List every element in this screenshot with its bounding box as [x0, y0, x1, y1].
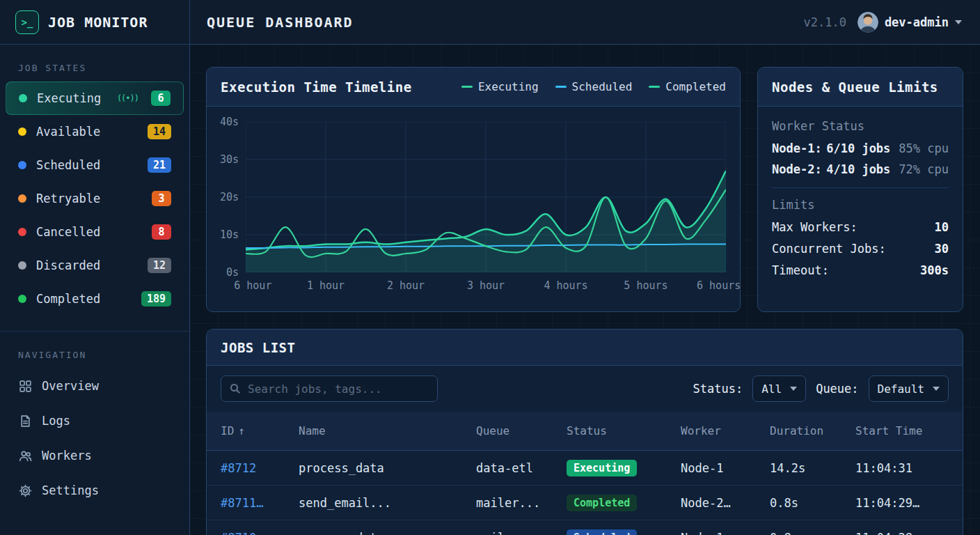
user-menu[interactable]: dev-admin — [858, 12, 962, 33]
col-header-worker[interactable]: Worker — [667, 424, 756, 437]
live-signal-icon: ((•)) — [117, 93, 139, 103]
sidebar-divider — [0, 331, 189, 332]
limit-row-timeout: Timeout: 300s — [772, 263, 949, 277]
nodes-limits-card: Nodes & Queue Limits Worker Status Node-… — [757, 67, 963, 312]
discarded-dot — [18, 261, 26, 270]
sidebar: JOB STATES Executing ((•)) 6 Available 1… — [0, 45, 190, 535]
sidebar-item-retryable[interactable]: Retryable 3 — [6, 182, 184, 215]
job-queue: data-etl — [462, 461, 553, 475]
count-badge: 189 — [141, 291, 171, 307]
status-filter-value: All — [761, 382, 782, 396]
col-header-queue[interactable]: Queue — [462, 424, 553, 437]
job-status: Completed — [553, 495, 667, 511]
cancelled-dot — [18, 228, 26, 236]
table-row[interactable]: #8710… process_data mailer Scheduled Nod… — [207, 520, 963, 535]
job-status: Executing — [553, 460, 667, 476]
grid-icon — [18, 379, 32, 393]
count-badge: 14 — [148, 124, 171, 139]
state-label: Cancelled — [36, 225, 142, 239]
x-tick: 6 hours — [697, 279, 741, 292]
col-header-status[interactable]: Status — [553, 424, 667, 437]
col-header-id[interactable]: ID↑ — [207, 424, 285, 437]
y-tick: 0s — [226, 266, 239, 279]
nav-label: Overview — [42, 379, 99, 393]
limit-row-max-workers: Max Workers: 10 — [772, 220, 949, 234]
job-id-link[interactable]: #8711… — [207, 496, 285, 510]
sidebar-item-cancelled[interactable]: Cancelled 8 — [6, 215, 184, 249]
jobs-card-title: JOBS LIST — [221, 340, 295, 355]
app-root: >_ JOB MONITOR QUEUE DASHBOARD v2.1.0 — [0, 0, 980, 535]
legend-executing: Executing — [461, 80, 539, 93]
sidebar-item-available[interactable]: Available 14 — [6, 115, 184, 148]
sidebar-item-executing[interactable]: Executing ((•)) 6 — [6, 82, 184, 115]
sidebar-item-settings[interactable]: Settings — [6, 473, 184, 508]
username-label: dev-admin — [885, 15, 949, 29]
worker-status-label: Worker Status — [772, 119, 949, 133]
y-tick: 40s — [220, 116, 239, 128]
node-cpu: 85% cpu — [899, 141, 949, 155]
status-badge: Executing — [567, 460, 637, 476]
node-row-1: Node-1: 6/10 jobs 85% cpu — [772, 141, 949, 155]
brand-area: >_ JOB MONITOR — [0, 0, 190, 44]
table-row[interactable]: #8712 process_data data-etl Executing No… — [207, 451, 963, 486]
state-label: Retryable — [36, 192, 142, 206]
state-label: Executing — [37, 91, 107, 105]
nav-label: Settings — [42, 483, 99, 497]
queue-filter-value: Default — [878, 382, 924, 396]
job-start-time: 11:04:29… — [841, 496, 963, 510]
timeline-title: Execution Time Timeline — [221, 79, 412, 95]
state-label: Discarded — [36, 258, 138, 272]
x-axis: 6 hour 1 hour 2 hour 3 hour 4 hours 5 ho… — [246, 279, 726, 300]
sidebar-item-scheduled[interactable]: Scheduled 21 — [6, 148, 184, 182]
sidebar-item-overview[interactable]: Overview — [6, 369, 184, 403]
job-duration: 0.8s — [756, 496, 841, 510]
legend-label: Completed — [665, 80, 726, 93]
job-states-section-label: JOB STATES — [6, 63, 184, 73]
job-queue: mailer — [462, 531, 553, 535]
navigation-section-label: NAVIGATION — [6, 350, 184, 360]
app-title: JOB MONITOR — [48, 14, 148, 31]
count-badge: 8 — [152, 224, 171, 240]
job-id-link[interactable]: #8712 — [207, 461, 285, 475]
chevron-down-icon — [790, 387, 797, 391]
jobs-list-card: JOBS LIST Status: All Queue: Default — [206, 329, 963, 535]
job-name: process_data — [285, 531, 462, 535]
job-name: process_data — [285, 461, 462, 475]
sidebar-item-workers[interactable]: Workers — [6, 438, 184, 473]
timeline-card-header: Execution Time Timeline Executing Schedu… — [207, 68, 740, 107]
nav-label: Workers — [42, 449, 92, 463]
status-filter-select[interactable]: All — [752, 375, 806, 402]
col-header-start-time[interactable]: Start Time — [841, 424, 963, 437]
completed-dot — [18, 295, 26, 303]
x-tick: 2 hour — [387, 279, 425, 292]
state-label: Completed — [36, 292, 132, 306]
limit-label: Max Workers: — [772, 220, 858, 234]
col-header-duration[interactable]: Duration — [756, 424, 841, 437]
table-row[interactable]: #8711… send_email... mailer... Completed… — [207, 486, 963, 520]
status-badge: Scheduled — [567, 529, 637, 535]
job-duration: 0.8s — [756, 531, 841, 535]
col-header-name[interactable]: Name — [285, 424, 462, 437]
search-input[interactable] — [248, 382, 429, 396]
queue-filter-select[interactable]: Default — [869, 375, 949, 402]
chevron-down-icon — [955, 20, 962, 24]
node-name: Node-1: — [772, 141, 822, 155]
status-filter-label: Status: — [693, 382, 743, 396]
legend-label: Executing — [478, 80, 539, 93]
sidebar-item-discarded[interactable]: Discarded 12 — [6, 249, 184, 282]
search-box[interactable] — [221, 375, 438, 402]
job-name: send_email... — [285, 496, 462, 510]
jobs-table-header: ID↑ Name Queue Status Worker Duration St… — [207, 412, 963, 451]
job-worker: Node-1 — [667, 461, 756, 475]
count-badge: 6 — [151, 91, 171, 106]
limit-label: Timeout: — [772, 263, 829, 277]
sidebar-item-logs[interactable]: Logs — [6, 403, 184, 438]
sidebar-item-completed[interactable]: Completed 189 — [6, 282, 184, 316]
limit-label: Concurrent Jobs: — [772, 242, 886, 256]
node-jobs: 6/10 jobs — [826, 141, 890, 155]
page-title: QUEUE DASHBOARD — [207, 14, 354, 31]
x-tick: 3 hour — [467, 279, 505, 292]
job-queue: mailer... — [462, 496, 553, 510]
job-id-link[interactable]: #8710… — [207, 531, 285, 535]
count-badge: 21 — [148, 157, 171, 173]
